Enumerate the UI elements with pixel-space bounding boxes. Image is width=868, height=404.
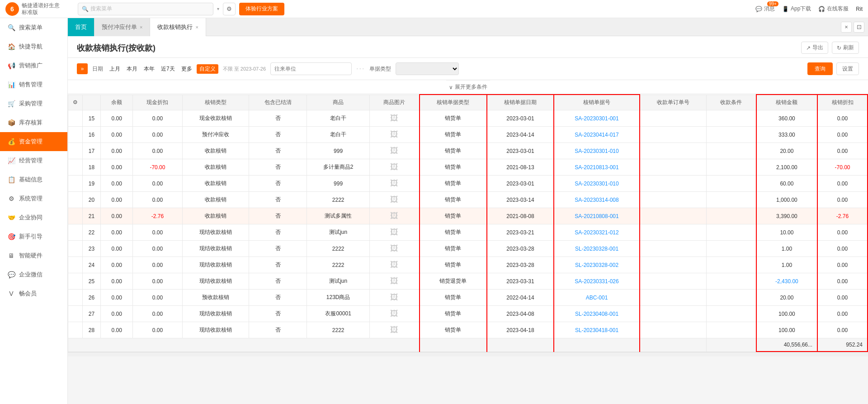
sidebar-item-guide[interactable]: 🎯 新手引导 <box>0 227 67 246</box>
date-custom[interactable]: 自定义 <box>197 64 218 74</box>
bill-no-link[interactable]: SA-20230331-026 <box>575 278 618 285</box>
sidebar-item-search[interactable]: 🔍 搜索菜单 <box>0 18 67 37</box>
td-writeoff-bill-no[interactable]: SA-20210808-001 <box>554 208 639 224</box>
td-settings[interactable] <box>68 257 83 273</box>
tab-receipt[interactable]: 收款核销执行 × <box>150 18 206 36</box>
td-settings[interactable] <box>68 110 83 127</box>
setting-button[interactable]: 设置 <box>836 62 859 75</box>
bill-no-link[interactable]: SA-20230321-012 <box>575 229 618 236</box>
single-type-select[interactable] <box>396 62 459 75</box>
th-settings[interactable]: ⚙ <box>68 95 83 110</box>
td-writeoff-bill-no[interactable]: SL-20230418-001 <box>554 322 639 338</box>
sidebar-item-shortcut[interactable]: 🏠 快捷导航 <box>0 37 67 56</box>
td-goods-image[interactable]: 🖼 <box>370 143 420 159</box>
td-settings[interactable] <box>68 192 83 208</box>
sidebar-item-wechat[interactable]: 💬 企业微信 <box>0 265 67 284</box>
sidebar-item-operations[interactable]: 📈 经营管理 <box>0 151 67 170</box>
bill-no-link[interactable]: SA-20230414-017 <box>575 132 618 138</box>
sidebar-item-system[interactable]: ⚙ 系统管理 <box>0 189 67 208</box>
sidebar-item-finance[interactable]: 💰 资金管理 <box>0 132 67 151</box>
td-goods-image[interactable]: 🖼 <box>370 224 420 241</box>
date-more[interactable]: 更多 <box>179 64 194 74</box>
expand-more-btn[interactable]: ∨ 展开更多条件 <box>446 80 490 94</box>
td-writeoff-bill-no[interactable]: ABC-001 <box>554 290 639 306</box>
td-settings[interactable] <box>68 290 83 306</box>
td-writeoff-bill-no[interactable]: SA-20230301-010 <box>554 143 639 159</box>
td-settings[interactable] <box>68 176 83 192</box>
tab-close-button[interactable]: × <box>841 22 852 33</box>
td-settings[interactable] <box>68 127 83 143</box>
date-7days[interactable]: 近7天 <box>159 64 177 74</box>
td-writeoff-bill-no[interactable]: SA-20230414-017 <box>554 127 639 143</box>
tab-maximize-button[interactable]: ⊡ <box>854 22 864 33</box>
filter-toggle-btn[interactable]: » <box>77 63 88 74</box>
sidebar-item-hardware[interactable]: 🖥 智能硬件 <box>0 246 67 265</box>
h-scrollbar[interactable] <box>68 352 868 356</box>
online-service-button[interactable]: 🎧 在线客服 <box>818 5 849 13</box>
sidebar-item-enterprise[interactable]: 🤝 企业协同 <box>0 208 67 227</box>
td-goods-image[interactable]: 🖼 <box>370 159 420 176</box>
date-this-month[interactable]: 本月 <box>125 64 139 74</box>
td-goods-image[interactable]: 🖼 <box>370 322 420 338</box>
bill-no-link[interactable]: ABC-001 <box>586 295 608 301</box>
sidebar-item-inventory[interactable]: 📦 库存核算 <box>0 113 67 132</box>
bill-no-link[interactable]: SL-20230408-001 <box>575 311 618 317</box>
td-goods-image[interactable]: 🖼 <box>370 110 420 127</box>
td-goods-image[interactable]: 🖼 <box>370 241 420 257</box>
date-last-month[interactable]: 上月 <box>108 64 122 74</box>
user-name[interactable]: Rit <box>856 6 863 12</box>
td-goods-image[interactable]: 🖼 <box>370 290 420 306</box>
td-goods-image[interactable]: 🖼 <box>370 273 420 290</box>
td-settings[interactable] <box>68 159 83 176</box>
td-settings[interactable] <box>68 241 83 257</box>
td-settings[interactable] <box>68 208 83 224</box>
bill-no-link[interactable]: SL-20230328-002 <box>575 262 618 268</box>
td-goods-image[interactable]: 🖼 <box>370 257 420 273</box>
query-button[interactable]: 查询 <box>807 62 833 75</box>
td-settings[interactable] <box>68 306 83 322</box>
sidebar-item-member[interactable]: V 畅会员 <box>0 284 67 303</box>
bill-no-link[interactable]: SL-20230328-001 <box>575 246 618 252</box>
td-writeoff-bill-no[interactable]: SL-20230328-001 <box>554 241 639 257</box>
td-writeoff-bill-no[interactable]: SA-20230301-010 <box>554 176 639 192</box>
bill-no-link[interactable]: SA-20230301-010 <box>575 181 618 187</box>
td-writeoff-bill-no[interactable]: SA-20230314-008 <box>554 192 639 208</box>
td-writeoff-bill-no[interactable]: SA-20230331-026 <box>554 273 639 290</box>
bill-no-link[interactable]: SL-20230418-001 <box>575 327 618 333</box>
date-this-year[interactable]: 本年 <box>142 64 156 74</box>
td-goods-image[interactable]: 🖼 <box>370 176 420 192</box>
bill-no-link[interactable]: SA-20210808-001 <box>575 213 618 219</box>
message-button[interactable]: 💬 消息 99+ <box>755 5 775 13</box>
dropdown-arrow-icon[interactable]: ▾ <box>217 6 219 11</box>
gear-button[interactable]: ⚙ <box>223 3 236 15</box>
search-bar[interactable]: 🔍 搜索菜单 <box>78 3 213 15</box>
table-area[interactable]: ⚙ 余额 现金折扣 核销类型 包含已结清 商品 商品图片 核销单据类型 核销单据… <box>68 94 868 404</box>
td-writeoff-bill-no[interactable]: SL-20230408-001 <box>554 306 639 322</box>
td-writeoff-bill-no[interactable]: SA-20230301-001 <box>554 110 639 127</box>
td-goods-image[interactable]: 🖼 <box>370 192 420 208</box>
app-download-button[interactable]: 📱 App下载 <box>782 5 811 13</box>
export-button[interactable]: ↗ 导出 <box>801 42 828 54</box>
tab-prepay-close[interactable]: × <box>140 24 142 30</box>
bill-no-link[interactable]: SA-20230301-010 <box>575 148 618 154</box>
td-settings[interactable] <box>68 322 83 338</box>
td-settings[interactable] <box>68 273 83 290</box>
industry-btn[interactable]: 体验行业方案 <box>239 3 284 15</box>
refresh-button[interactable]: ↻ 刷新 <box>832 42 859 54</box>
bill-no-link[interactable]: SA-20230301-001 <box>575 115 618 122</box>
bill-no-link[interactable]: SA-20210813-001 <box>575 164 618 171</box>
td-writeoff-bill-no[interactable]: SA-20230321-012 <box>554 224 639 241</box>
td-goods-image[interactable]: 🖼 <box>370 306 420 322</box>
sidebar-item-purchase[interactable]: 🛒 采购管理 <box>0 94 67 113</box>
td-settings[interactable] <box>68 143 83 159</box>
td-goods-image[interactable]: 🖼 <box>370 208 420 224</box>
partner-input[interactable] <box>270 62 352 75</box>
td-writeoff-bill-no[interactable]: SL-20230328-002 <box>554 257 639 273</box>
td-settings[interactable] <box>68 224 83 241</box>
tab-prepay[interactable]: 预付冲应付单 × <box>94 18 150 36</box>
td-writeoff-bill-no[interactable]: SA-20210813-001 <box>554 159 639 176</box>
sidebar-item-marketing[interactable]: 📢 营销推广 <box>0 56 67 75</box>
sidebar-item-basic[interactable]: 📋 基础信息 <box>0 170 67 189</box>
td-goods-image[interactable]: 🖼 <box>370 127 420 143</box>
sidebar-item-sales[interactable]: 📊 销售管理 <box>0 75 67 94</box>
